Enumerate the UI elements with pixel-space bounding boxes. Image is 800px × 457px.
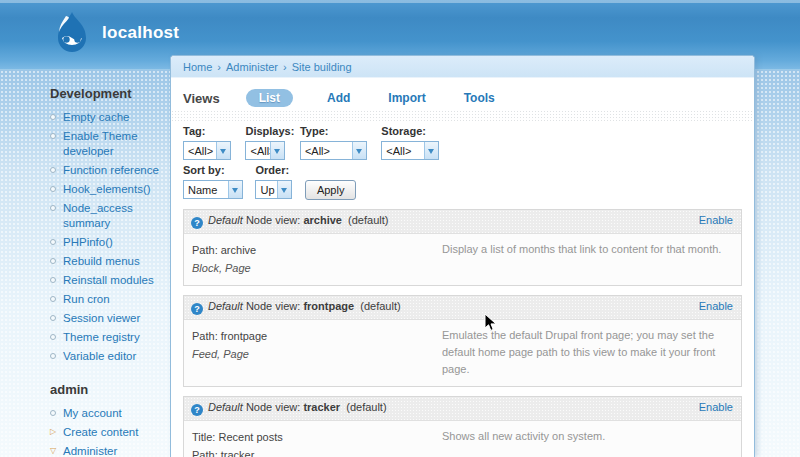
sort-by-label: Sort by: [183,164,243,177]
view-displays: Block, Page [192,259,442,277]
sidebar-link[interactable]: Create content [63,426,138,438]
collapsed-arrow-icon[interactable]: ▷ [50,428,57,435]
sidebar-section-admin: admin [50,382,170,397]
view-row-header: ?Default Node view: frontpage (default) … [184,296,741,320]
type-select[interactable]: <All> [300,141,367,160]
enable-link[interactable]: Enable [699,300,733,313]
decorative-texture [171,110,754,121]
sidebar-link[interactable]: Function reference [63,164,159,176]
sidebar-item-session-viewer[interactable]: Session viewer [50,311,162,326]
tab-tools[interactable]: Tools [460,89,499,107]
expanded-arrow-icon[interactable]: ▽ [50,447,57,454]
enable-link[interactable]: Enable [699,214,733,227]
breadcrumb-link-site-building[interactable]: Site building [292,61,352,73]
help-icon[interactable]: ? [191,303,203,315]
sidebar-link[interactable]: Run cron [63,293,110,305]
enable-link[interactable]: Enable [699,401,733,414]
breadcrumb-link-administer[interactable]: Administer [226,61,278,73]
bullet-icon [50,277,56,283]
breadcrumb-separator: › [278,61,292,73]
view-name: frontpage [303,300,354,312]
breadcrumb-separator: › [212,61,226,73]
help-icon[interactable]: ? [191,404,203,416]
tab-add[interactable]: Add [323,89,354,107]
sidebar-section-development: Development [50,86,170,101]
sidebar-item-hook-elements[interactable]: Hook_elements() [50,182,162,197]
sidebar-item-create-content[interactable]: ▷Create content [50,425,162,440]
sidebar-link[interactable]: Session viewer [63,312,140,324]
chevron-down-icon[interactable] [270,142,284,159]
filter-order: Order: Up [255,164,292,199]
sidebar-link[interactable]: Rebuild menus [63,255,140,267]
view-description: Shows all new activity on system. [442,428,733,457]
bullet-icon [50,205,56,211]
sidebar-item-administer[interactable]: ▽Administer [50,444,162,457]
view-row-header: ?Default Node view: archive (default) En… [184,210,741,234]
page-title: Views [183,91,220,106]
view-path: Path: archive [192,241,442,259]
sidebar-item-reinstall-modules[interactable]: Reinstall modules [50,273,162,288]
help-icon[interactable]: ? [191,217,203,229]
chevron-down-icon[interactable] [277,181,291,198]
bullet-icon [50,353,56,359]
view-suffix: (default) [346,401,386,413]
type-label: Type: [300,125,367,138]
bullet-icon [50,114,56,120]
apply-button[interactable]: Apply [305,180,357,200]
sidebar-link[interactable]: Reinstall modules [63,274,154,286]
filter-sort-by: Sort by: Name [183,164,243,199]
order-select[interactable]: Up [255,180,292,199]
bullet-icon [50,410,56,416]
sidebar-item-run-cron[interactable]: Run cron [50,292,162,307]
view-suffix: (default) [348,214,388,226]
tab-import[interactable]: Import [384,89,429,107]
filter-type: Type: <All> [300,125,367,160]
sidebar-link[interactable]: Node_access summary [63,202,133,229]
sidebar-item-empty-cache[interactable]: Empty cache [50,110,162,125]
chevron-down-icon[interactable] [216,142,230,159]
filter-storage: Storage: <All> [381,125,439,160]
tag-select[interactable]: <All> [183,141,231,160]
sidebar-item-function-reference[interactable]: Function reference [50,163,162,178]
type-value: <All> [305,145,330,157]
sidebar-item-node-access-summary[interactable]: Node_access summary [50,201,162,231]
chevron-down-icon[interactable] [228,181,242,198]
site-title: localhost [102,23,179,43]
sidebar-item-variable-editor[interactable]: Variable editor [50,349,162,364]
sidebar-link[interactable]: Empty cache [63,111,129,123]
sidebar-link[interactable]: Administer [63,445,117,457]
tag-value: <All> [188,145,213,157]
sidebar-link[interactable]: Hook_elements() [63,183,151,195]
sidebar-item-rebuild-menus[interactable]: Rebuild menus [50,254,162,269]
sidebar-item-enable-theme-developer[interactable]: Enable Theme developer [50,129,162,159]
sidebar-link[interactable]: Variable editor [63,350,136,362]
sidebar-item-my-account[interactable]: My account [50,406,162,421]
tab-list[interactable]: List [246,89,293,107]
sidebar-link[interactable]: My account [63,407,122,419]
displays-select[interactable]: <All> [245,141,285,160]
bullet-icon [50,186,56,192]
sidebar: Development Empty cache Enable Theme dev… [0,70,170,457]
chevron-down-icon[interactable] [352,142,366,159]
view-row-tracker: ?Default Node view: tracker (default) En… [183,396,742,457]
filters-row-1: Tag: <All> Displays: <All> Type: <All> S… [183,125,742,160]
sidebar-link[interactable]: Theme registry [63,331,140,343]
bullet-icon [50,315,56,321]
view-row-body: Path: archive Block, Page Display a list… [184,234,741,285]
storage-select[interactable]: <All> [381,141,439,160]
view-row-body: Title: Recent posts Path: tracker Page S… [184,421,741,457]
breadcrumb-link-home[interactable]: Home [183,61,212,73]
sort-by-select[interactable]: Name [183,180,243,199]
bullet-icon [50,258,56,264]
view-description: Emulates the default Drupal front page; … [442,327,733,378]
tag-label: Tag: [183,125,231,138]
filters-row-2: Sort by: Name Order: Up Apply [183,164,742,200]
bullet-icon [50,167,56,173]
sidebar-link[interactable]: PHPinfo() [63,236,113,248]
sidebar-item-theme-registry[interactable]: Theme registry [50,330,162,345]
chevron-down-icon[interactable] [424,142,438,159]
sidebar-item-phpinfo[interactable]: PHPinfo() [50,235,162,250]
sidebar-link[interactable]: Enable Theme developer [63,130,138,157]
view-title: Title: Recent posts [192,428,442,446]
bullet-icon [50,239,56,245]
